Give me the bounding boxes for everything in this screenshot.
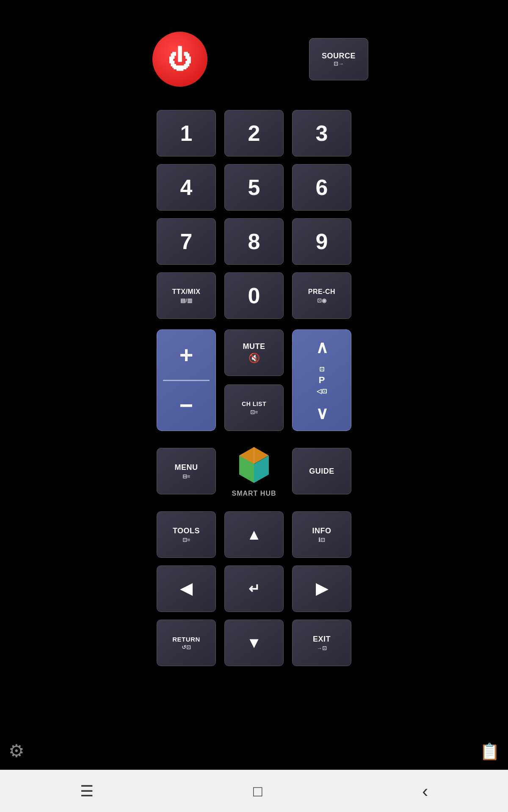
prech-icon: ⊡◉ bbox=[317, 297, 326, 304]
mute-button[interactable]: MUTE 🔇 bbox=[224, 329, 284, 376]
volume-button[interactable]: + − bbox=[157, 329, 216, 431]
right-arrow-icon bbox=[316, 580, 328, 598]
return-icon: ↺⊡ bbox=[182, 644, 191, 650]
btn-7[interactable]: 7 bbox=[157, 218, 216, 265]
right-arrow-button[interactable] bbox=[292, 565, 351, 612]
up-arrow-icon bbox=[246, 526, 262, 543]
exit-button[interactable]: EXIT →⊡ bbox=[292, 620, 351, 666]
info-button[interactable]: INFO ℹ⊡ bbox=[292, 511, 351, 558]
nav-home-icon: □ bbox=[253, 782, 262, 800]
ttx-mix-icon: ▤/▥ bbox=[180, 297, 192, 304]
exit-icon: →⊡ bbox=[317, 645, 327, 651]
channel-down-icon: ∨ bbox=[316, 403, 328, 423]
source-button[interactable]: SOURCE ⊡→ bbox=[309, 38, 368, 80]
row-power-source: ⏻ SOURCE ⊡→ bbox=[127, 25, 381, 93]
source-label: SOURCE bbox=[322, 52, 356, 60]
btn-1[interactable]: 1 bbox=[157, 110, 216, 156]
row-return-down-exit: RETURN ↺⊡ EXIT →⊡ bbox=[157, 620, 351, 666]
btn-6[interactable]: 6 bbox=[292, 164, 351, 211]
left-arrow-button[interactable] bbox=[157, 565, 216, 612]
down-arrow-icon bbox=[246, 634, 262, 652]
row-tools-up-info: TOOLS ⊡≡ INFO ℹ⊡ bbox=[157, 511, 351, 558]
tools-button[interactable]: TOOLS ⊡≡ bbox=[157, 511, 216, 558]
smart-hub-label: SMART HUB bbox=[232, 490, 276, 497]
vol-ch-block: + − MUTE 🔇 CH LIST ⊡≡ ∧ ⊡ P ◁⊡ ∨ bbox=[157, 329, 351, 431]
remote-container: ⏻ SOURCE ⊡→ 1 2 3 4 5 6 7 bbox=[0, 0, 508, 724]
settings-button[interactable]: ⚙ bbox=[8, 741, 25, 761]
mute-icon: 🔇 bbox=[248, 353, 260, 364]
chlist-button[interactable]: CH LIST ⊡≡ bbox=[224, 384, 284, 431]
enter-button[interactable]: ↵ bbox=[224, 565, 284, 612]
ttx-mix-button[interactable]: TTX/MIX ▤/▥ bbox=[157, 272, 216, 319]
mute-chlist-col: MUTE 🔇 CH LIST ⊡≡ bbox=[224, 329, 284, 431]
tools-icon: ⊡≡ bbox=[182, 537, 190, 543]
settings-icon: ⚙ bbox=[8, 741, 25, 761]
channel-button[interactable]: ∧ ⊡ P ◁⊡ ∨ bbox=[292, 329, 351, 431]
return-button[interactable]: RETURN ↺⊡ bbox=[157, 620, 216, 666]
btn-5[interactable]: 5 bbox=[224, 164, 284, 211]
nav-menu-button[interactable]: ☰ bbox=[63, 778, 110, 804]
list-button[interactable]: 📋 bbox=[480, 741, 500, 761]
source-icon: ⊡→ bbox=[334, 60, 344, 67]
volume-plus-icon: + bbox=[179, 343, 193, 367]
row-123: 1 2 3 bbox=[157, 110, 351, 156]
nav-menu-icon: ☰ bbox=[80, 782, 94, 800]
btn-2[interactable]: 2 bbox=[224, 110, 284, 156]
nav-back-button[interactable]: ‹ bbox=[405, 777, 445, 806]
btn-8[interactable]: 8 bbox=[224, 218, 284, 265]
down-arrow-button[interactable] bbox=[224, 620, 284, 666]
row-789: 7 8 9 bbox=[157, 218, 351, 265]
btn-0[interactable]: 0 bbox=[224, 272, 284, 319]
info-icon: ℹ⊡ bbox=[318, 537, 325, 543]
menu-button[interactable]: MENU ⊟≡ bbox=[157, 448, 216, 494]
guide-button[interactable]: GUIDE bbox=[292, 448, 351, 494]
list-icon: 📋 bbox=[480, 743, 500, 760]
left-arrow-icon bbox=[180, 580, 192, 598]
power-button[interactable]: ⏻ bbox=[152, 32, 207, 87]
chlist-icon: ⊡≡ bbox=[250, 409, 258, 415]
menu-icon: ⊟≡ bbox=[182, 473, 190, 480]
bottom-navigation: ☰ □ ‹ bbox=[0, 770, 508, 812]
power-icon: ⏻ bbox=[168, 46, 192, 73]
channel-up-icon: ∧ bbox=[316, 337, 328, 357]
btn-4[interactable]: 4 bbox=[157, 164, 216, 211]
volume-minus-icon: − bbox=[179, 394, 193, 417]
up-arrow-button[interactable] bbox=[224, 511, 284, 558]
row-ttx-0-prech: TTX/MIX ▤/▥ 0 PRE-CH ⊡◉ bbox=[157, 272, 351, 319]
btn-9[interactable]: 9 bbox=[292, 218, 351, 265]
nav-home-button[interactable]: □ bbox=[236, 778, 279, 804]
nav-back-icon: ‹ bbox=[422, 781, 428, 801]
smart-hub-icon bbox=[233, 445, 275, 487]
btn-3[interactable]: 3 bbox=[292, 110, 351, 156]
row-456: 4 5 6 bbox=[157, 164, 351, 211]
enter-icon: ↵ bbox=[248, 581, 260, 597]
row-left-enter-right: ↵ bbox=[157, 565, 351, 612]
smart-hub-button[interactable]: SMART HUB bbox=[224, 442, 284, 501]
prech-button[interactable]: PRE-CH ⊡◉ bbox=[292, 272, 351, 319]
row-menu-smarthub-guide: MENU ⊟≡ SMART HUB GUIDE bbox=[157, 442, 351, 501]
